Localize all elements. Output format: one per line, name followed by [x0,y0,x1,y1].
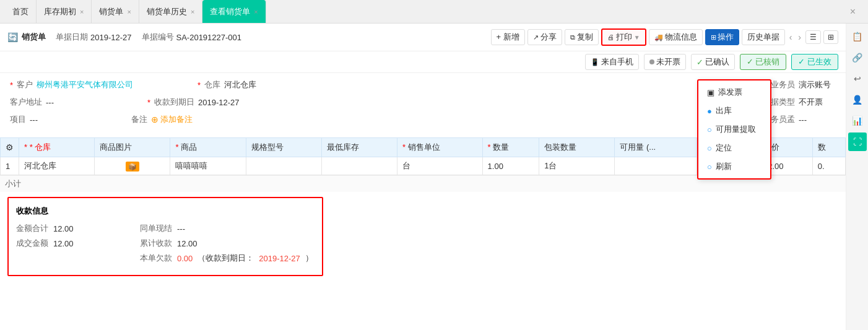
sub-toolbar: 📱 来自手机 未开票 ✓ 已确认 ✓ 已核销 ✓ 已 [0,51,846,73]
tab-inventory-init[interactable]: 库存期初 × [37,0,92,23]
warehouse-label: 仓库 [204,79,220,90]
not-open-button[interactable]: 未开票 [644,54,686,70]
subtotal-label: 小计 [5,179,21,188]
tab-view-sales-close[interactable]: × [254,8,258,15]
cell-spec [246,157,321,175]
project-label: 项目 [10,114,26,125]
outbound-icon: ● [707,106,712,116]
address-label: 客户地址 [10,97,42,108]
close-all-tabs[interactable]: × [843,6,863,17]
history-button-label: 历史单据 [747,32,779,43]
project-field: 项目 --- [10,114,67,125]
view-list-button[interactable]: ☰ [805,30,821,44]
employee-label: 业务员 [771,79,795,90]
payment-row-2: 成交金额 12.00 累计收款 12.00 [16,238,315,249]
note-field: 备注 ⊕ 添加备注 [131,114,193,125]
payment-section: 收款信息 金额合计 12.00 同单现结 --- 成交金额 12.00 [7,197,323,276]
sidebar-doc-icon[interactable]: 📋 [848,27,867,46]
outbound-label: 出库 [716,105,732,116]
tab-sales-order[interactable]: 销货单 × [92,0,139,23]
sidebar-link-icon[interactable]: 🔗 [848,48,867,67]
confirm-button[interactable]: ✓ 已确认 [691,54,735,70]
same-order-item: 同单现结 --- [140,223,239,234]
prev-arrow[interactable]: ‹ [788,32,794,42]
project-value: --- [30,115,67,124]
operation-button-label: 操作 [718,32,734,43]
cell-available [615,157,697,175]
refresh-label: 刷新 [716,161,732,172]
cell-product: 嘻嘻嘻嘻 [170,157,246,175]
tab-view-sales[interactable]: 查看销货单 × [202,0,266,23]
next-arrow[interactable]: › [796,32,803,42]
payment-date-label: 收款到期日 [154,97,194,108]
tab-home-label: 首页 [12,6,28,17]
cell-image: 📦 [95,157,170,175]
col-qty: * 数量 [482,138,539,157]
view-grid-button[interactable]: ⊞ [823,30,838,44]
col-warehouse: * * 仓库 [19,138,95,157]
dropdown-available-qty[interactable]: ○ 可用量提取 [698,120,770,139]
new-button[interactable]: + 新增 [491,29,525,45]
cell-min-stock [321,157,397,175]
cumulative-label: 累计收款 [140,238,172,249]
confirm-label: 已确认 [705,56,729,67]
cancelled-label: ✓ 已核销 [747,57,780,66]
customer-value[interactable]: 柳州粤港平安气体有限公司 [37,79,133,90]
cancelled-button[interactable]: ✓ 已核销 [740,54,787,70]
col-num: 数 [812,138,845,157]
print-button-label: 打印 [616,32,632,43]
not-open-dot [649,59,654,64]
deal-amount-label: 成交金额 [16,238,48,249]
logistics-button[interactable]: 🚚 物流信息 [649,29,703,45]
dropdown-locate[interactable]: ○ 定位 [698,139,770,157]
deal-amount-item: 成交金额 12.00 [16,238,115,249]
available-qty-label: 可用量提取 [716,124,756,135]
doc-date-label: 单据日期 [56,32,88,43]
operation-dropdown: ▣ 添发票 ● 出库 ○ 可用量提取 ○ 定位 ○ 刷新 [697,79,771,180]
warehouse-field: * 仓库 河北仓库 [197,79,261,90]
sidebar-chart-icon[interactable]: 📊 [848,111,867,130]
sidebar-expand-icon[interactable]: ⛶ [848,132,867,151]
add-note-button[interactable]: ⊕ 添加备注 [151,114,193,125]
print-button[interactable]: 🖨 打印 ▼ [601,28,646,46]
col-unit: * 销售单位 [397,138,483,157]
mobile-button[interactable]: 📱 来自手机 [585,54,639,70]
col-spec: 规格型号 [246,138,321,157]
owed-detail-item: 本单欠款 0.00 （收款到期日： 2019-12-27 ） [140,253,313,264]
payment-row-1: 金额合计 12.00 同单现结 --- [16,223,315,234]
tab-sales-order-close[interactable]: × [127,8,131,15]
doc-date-value: 2019-12-27 [90,33,132,42]
doc-number-label: 单据编号 [142,32,174,43]
col-setting[interactable]: ⚙ [1,138,19,157]
sidebar-user-icon[interactable]: 👤 [848,90,867,109]
operation-button[interactable]: ⊞ 操作 [705,29,739,45]
tab-inventory-init-close[interactable]: × [80,8,84,15]
salesperson-value: --- [799,115,836,124]
history-button[interactable]: 历史单据 [742,29,785,45]
dropdown-refresh[interactable]: ○ 刷新 [698,157,770,176]
add-invoice-icon: ▣ [707,88,714,97]
share-button[interactable]: ↗ 分享 [527,29,562,45]
ticket-value: 不开票 [799,97,836,108]
effective-label: ✓ 已生效 [798,57,831,66]
dropdown-add-invoice[interactable]: ▣ 添发票 [698,83,770,102]
tab-home[interactable]: 首页 [5,0,37,23]
doc-icon: 🔄 [7,32,18,42]
tab-sales-history[interactable]: 销货单历史 × [139,0,202,23]
copy-button[interactable]: ⧉ 复制 [565,29,599,45]
tab-inventory-init-label: 库存期初 [44,6,76,17]
col-min-stock: 最低库存 [321,138,397,157]
sidebar-back-icon[interactable]: ↩ [848,69,867,88]
customer-label: 客户 [17,79,33,90]
cumulative-value: 12.00 [177,239,197,248]
tab-sales-history-close[interactable]: × [191,8,194,15]
payment-row-3: 本单欠款 0.00 （收款到期日： 2019-12-27 ） [16,253,315,264]
mobile-label: 来自手机 [601,56,633,67]
tab-view-sales-label: 查看销货单 [210,6,250,17]
doc-header: 🔄 销货单 单据日期 2019-12-27 单据编号 SA-20191227-0… [0,24,846,51]
total-amount-label: 金额合计 [16,223,48,234]
dropdown-outbound[interactable]: ● 出库 [698,102,770,120]
warehouse-value: 河北仓库 [224,79,261,90]
cumulative-item: 累计收款 12.00 [140,238,239,249]
effective-button[interactable]: ✓ 已生效 [791,54,838,70]
